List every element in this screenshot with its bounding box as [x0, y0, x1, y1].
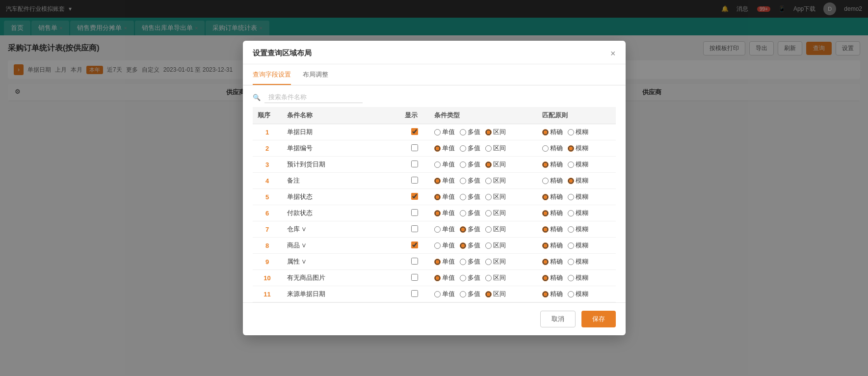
radio-fuzzy[interactable]: 模糊 [568, 273, 588, 282]
radio-single[interactable]: 单值 [434, 290, 455, 298]
radio-single-input[interactable] [434, 210, 441, 216]
radio-exact[interactable]: 精确 [542, 209, 563, 217]
radio-single[interactable]: 单值 [434, 176, 455, 185]
radio-multi-input[interactable] [460, 291, 466, 297]
radio-exact-input[interactable] [542, 161, 549, 168]
radio-range[interactable]: 区间 [485, 241, 506, 250]
radio-fuzzy-input[interactable] [568, 210, 574, 216]
radio-multi-input[interactable] [460, 275, 466, 281]
radio-fuzzy-input[interactable] [568, 129, 574, 135]
radio-range-input[interactable] [485, 242, 492, 249]
radio-single-input[interactable] [434, 226, 441, 233]
radio-multi[interactable]: 多值 [460, 241, 480, 250]
cell-display[interactable] [400, 286, 429, 302]
radio-range-input[interactable] [485, 259, 492, 265]
cell-match[interactable]: 精确 模糊 [537, 157, 616, 173]
radio-exact[interactable]: 精确 [542, 241, 563, 250]
radio-range-input[interactable] [485, 145, 492, 152]
radio-exact[interactable]: 精确 [542, 160, 563, 169]
cell-type[interactable]: 单值 多值 区间 [429, 286, 537, 302]
cell-match[interactable]: 精确 模糊 [537, 173, 616, 189]
radio-range[interactable]: 区间 [485, 176, 506, 185]
cell-display[interactable] [400, 124, 429, 140]
radio-exact[interactable]: 精确 [542, 273, 563, 282]
radio-exact[interactable]: 精确 [542, 144, 563, 153]
radio-exact-input[interactable] [542, 259, 549, 265]
search-input[interactable] [264, 91, 363, 103]
radio-single-input[interactable] [434, 178, 441, 184]
radio-fuzzy[interactable]: 模糊 [568, 241, 588, 250]
display-checkbox[interactable] [411, 128, 418, 135]
cell-display[interactable] [400, 157, 429, 173]
cell-type[interactable]: 单值 多值 区间 [429, 173, 537, 189]
cell-type[interactable]: 单值 多值 区间 [429, 140, 537, 157]
radio-range[interactable]: 区间 [485, 225, 506, 234]
cell-type[interactable]: 单值 多值 区间 [429, 124, 537, 140]
cell-match[interactable]: 精确 模糊 [537, 140, 616, 157]
radio-range[interactable]: 区间 [485, 144, 506, 153]
radio-exact-input[interactable] [542, 242, 549, 249]
radio-multi[interactable]: 多值 [460, 273, 480, 282]
cell-match[interactable]: 精确 模糊 [537, 205, 616, 221]
radio-range[interactable]: 区间 [485, 209, 506, 217]
cell-type[interactable]: 单值 多值 区间 [429, 205, 537, 221]
radio-fuzzy-input[interactable] [568, 226, 574, 233]
cell-match[interactable]: 精确 模糊 [537, 270, 616, 286]
radio-exact[interactable]: 精确 [542, 290, 563, 298]
radio-fuzzy-input[interactable] [568, 178, 574, 184]
cell-display[interactable] [400, 140, 429, 157]
cancel-button[interactable]: 取消 [540, 311, 576, 327]
dialog-close-button[interactable]: × [610, 49, 616, 58]
radio-single-input[interactable] [434, 129, 441, 135]
display-checkbox[interactable] [411, 225, 418, 232]
radio-single[interactable]: 单值 [434, 273, 455, 282]
radio-fuzzy-input[interactable] [568, 194, 574, 200]
radio-fuzzy[interactable]: 模糊 [568, 176, 588, 185]
radio-exact-input[interactable] [542, 145, 549, 152]
cell-type[interactable]: 单值 多值 区间 [429, 270, 537, 286]
radio-single[interactable]: 单值 [434, 209, 455, 217]
radio-range[interactable]: 区间 [485, 257, 506, 266]
radio-multi-input[interactable] [460, 129, 466, 135]
radio-single[interactable]: 单值 [434, 241, 455, 250]
cell-display[interactable] [400, 221, 429, 238]
radio-exact[interactable]: 精确 [542, 192, 563, 201]
radio-multi-input[interactable] [460, 226, 466, 233]
radio-range-input[interactable] [485, 194, 492, 200]
radio-single[interactable]: 单值 [434, 144, 455, 153]
cell-match[interactable]: 精确 模糊 [537, 189, 616, 205]
save-button[interactable]: 保存 [581, 311, 616, 327]
cell-match[interactable]: 精确 模糊 [537, 238, 616, 254]
radio-single[interactable]: 单值 [434, 192, 455, 201]
cell-match[interactable]: 精确 模糊 [537, 254, 616, 270]
radio-exact[interactable]: 精确 [542, 257, 563, 266]
cell-display[interactable] [400, 254, 429, 270]
radio-exact-input[interactable] [542, 129, 549, 135]
display-checkbox[interactable] [411, 177, 418, 184]
radio-multi[interactable]: 多值 [460, 176, 480, 185]
cell-type[interactable]: 单值 多值 区间 [429, 238, 537, 254]
radio-fuzzy[interactable]: 模糊 [568, 160, 588, 169]
radio-range-input[interactable] [485, 275, 492, 281]
radio-multi[interactable]: 多值 [460, 128, 480, 136]
radio-fuzzy-input[interactable] [568, 291, 574, 297]
radio-multi[interactable]: 多值 [460, 209, 480, 217]
radio-single-input[interactable] [434, 161, 441, 168]
radio-single[interactable]: 单值 [434, 225, 455, 234]
radio-range[interactable]: 区间 [485, 273, 506, 282]
radio-multi[interactable]: 多值 [460, 144, 480, 153]
radio-single-input[interactable] [434, 291, 441, 297]
radio-single[interactable]: 单值 [434, 128, 455, 136]
radio-range-input[interactable] [485, 161, 492, 168]
radio-multi[interactable]: 多值 [460, 290, 480, 298]
radio-fuzzy[interactable]: 模糊 [568, 209, 588, 217]
radio-exact-input[interactable] [542, 210, 549, 216]
cell-type[interactable]: 单值 多值 区间 [429, 254, 537, 270]
display-checkbox[interactable] [411, 274, 418, 281]
radio-fuzzy[interactable]: 模糊 [568, 128, 588, 136]
radio-fuzzy[interactable]: 模糊 [568, 192, 588, 201]
radio-single-input[interactable] [434, 275, 441, 281]
radio-multi[interactable]: 多值 [460, 192, 480, 201]
radio-multi-input[interactable] [460, 210, 466, 216]
radio-fuzzy[interactable]: 模糊 [568, 144, 588, 153]
